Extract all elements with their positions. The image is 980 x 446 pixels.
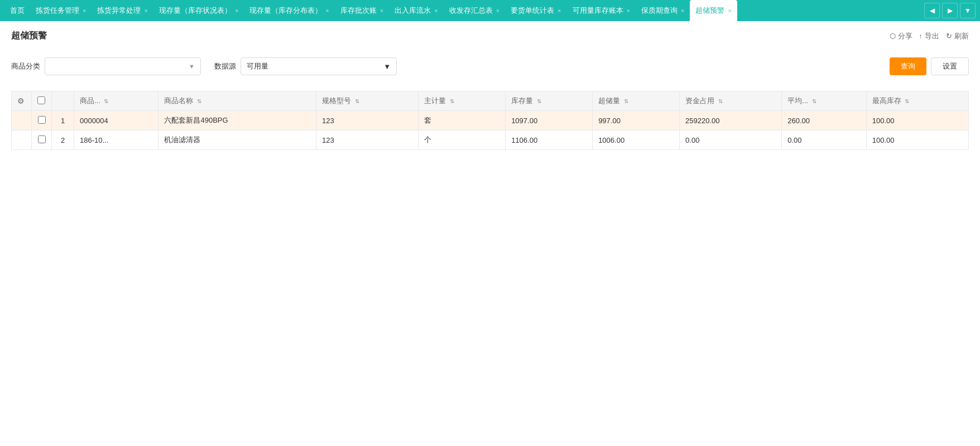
th-overstock-label: 超储量	[598, 96, 620, 105]
th-max-stock: 最高库存 ⇅	[866, 91, 968, 111]
filter-actions: 查询 设置	[890, 57, 969, 75]
nav-item-in-out-flow[interactable]: 出入库流水 ×	[389, 0, 443, 21]
td-max-stock-0: 100.00	[866, 111, 968, 130]
share-label: 分享	[898, 31, 912, 41]
nav-label-abnormal-proc: 拣货异常处理	[97, 6, 141, 16]
datasource-select[interactable]: 可用量 ▼	[241, 57, 397, 75]
nav-label-overstock-warn: 超储预警	[695, 6, 724, 16]
td-spec-0: 123	[316, 111, 419, 130]
settings-button[interactable]: 设置	[931, 57, 969, 75]
nav-close-abnormal-proc[interactable]: ×	[144, 7, 147, 14]
nav-item-inventory-dist[interactable]: 现存量（库存分布表） ×	[244, 0, 334, 21]
th-avg: 平均... ⇅	[782, 91, 866, 111]
nav-close-in-out-flow[interactable]: ×	[434, 7, 438, 14]
export-icon: ↑	[919, 32, 923, 40]
nav-item-order-stats[interactable]: 要货单统计表 ×	[505, 0, 566, 21]
query-button[interactable]: 查询	[890, 57, 926, 75]
td-capital-1: 0.00	[680, 130, 782, 150]
nav-close-order-stats[interactable]: ×	[558, 7, 561, 14]
table-row: 1 0000004 六配套新昌490BPG 123 套 1097.00 997.…	[12, 111, 969, 130]
td-spec-1: 123	[316, 130, 419, 150]
th-product-code-label: 商品...	[80, 96, 100, 105]
th-spec: 规格型号 ⇅	[316, 91, 419, 111]
table-settings-icon[interactable]: ⚙	[17, 96, 25, 105]
td-settings-1	[12, 130, 32, 150]
table-row: 2 186-10... 机油滤清器 123 个 1106.00 1006.00 …	[12, 130, 969, 150]
nav-item-abnormal-proc[interactable]: 拣货异常处理 ×	[92, 0, 153, 21]
th-overstock: 超储量 ⇅	[593, 91, 680, 111]
page-title: 超储预警	[11, 30, 47, 42]
select-all-checkbox[interactable]	[37, 96, 45, 104]
row-checkbox-0[interactable]	[38, 116, 46, 124]
td-overstock-0: 997.00	[593, 111, 680, 130]
th-product-code-sort-icon[interactable]: ⇅	[104, 98, 108, 104]
th-unit-label: 主计量	[424, 96, 446, 105]
nav-item-quality-check[interactable]: 保质期查询 ×	[636, 0, 690, 21]
nav-arrow-right[interactable]: ▶	[942, 3, 958, 18]
td-capital-0: 259220.00	[680, 111, 782, 130]
th-product-code: 商品... ⇅	[74, 91, 158, 111]
th-overstock-sort-icon[interactable]: ⇅	[624, 98, 628, 104]
th-avg-label: 平均...	[787, 96, 808, 105]
nav-label-available-acct: 可用量库存账本	[573, 6, 623, 16]
nav-item-inventory-batch[interactable]: 库存批次账 ×	[335, 0, 389, 21]
td-product-name-1: 机油滤清器	[158, 130, 316, 150]
nav-close-task-mgmt[interactable]: ×	[83, 7, 86, 14]
refresh-icon: ↻	[946, 32, 952, 40]
nav-bar: 首页 拣货任务管理 × 拣货异常处理 × 现存量（库存状况表） × 现存量（库存…	[0, 0, 980, 21]
table-header-row: ⚙ 商品... ⇅ 商品名称 ⇅ 规格型号 ⇅	[12, 91, 969, 111]
th-max-stock-label: 最高库存	[872, 96, 901, 105]
filter-row: 商品分类 ▼ 数据源 可用量 ▼ 查询 设置	[11, 51, 969, 82]
th-stock: 库存量 ⇅	[506, 91, 593, 111]
th-unit-sort-icon[interactable]: ⇅	[450, 98, 454, 104]
nav-close-inventory-batch[interactable]: ×	[380, 7, 383, 14]
th-product-name-label: 商品名称	[164, 96, 193, 105]
th-checkbox	[32, 91, 52, 111]
nav-item-overstock-warn[interactable]: 超储预警 ×	[690, 0, 737, 21]
share-link[interactable]: ⬡ 分享	[890, 31, 912, 41]
nav-close-quality-check[interactable]: ×	[681, 7, 684, 14]
td-seq-1: 2	[52, 130, 74, 150]
export-link[interactable]: ↑ 导出	[919, 31, 940, 41]
nav-close-collect-summary[interactable]: ×	[496, 7, 499, 14]
th-settings: ⚙	[12, 91, 32, 111]
nav-arrow-left[interactable]: ◀	[924, 3, 940, 18]
td-unit-0: 套	[419, 111, 506, 130]
td-avg-1: 0.00	[782, 130, 866, 150]
refresh-label: 刷新	[954, 31, 969, 41]
td-product-name-0: 六配套新昌490BPG	[158, 111, 316, 130]
td-product-code-1: 186-10...	[74, 130, 158, 150]
row-checkbox-1[interactable]	[38, 135, 46, 143]
th-spec-sort-icon[interactable]: ⇅	[355, 98, 359, 104]
nav-label-home: 首页	[10, 6, 25, 16]
nav-close-inventory-dist[interactable]: ×	[325, 7, 329, 14]
th-unit: 主计量 ⇅	[419, 91, 506, 111]
nav-item-inventory-status[interactable]: 现存量（库存状况表） ×	[153, 0, 244, 21]
category-filter-label: 商品分类	[11, 61, 40, 71]
datasource-select-value: 可用量	[247, 61, 268, 71]
nav-close-inventory-status[interactable]: ×	[235, 7, 238, 14]
refresh-link[interactable]: ↻ 刷新	[946, 31, 969, 41]
th-max-stock-sort-icon[interactable]: ⇅	[905, 98, 909, 104]
nav-item-available-acct[interactable]: 可用量库存账本 ×	[567, 0, 636, 21]
nav-label-inventory-dist: 现存量（库存分布表）	[249, 6, 322, 16]
td-avg-0: 260.00	[782, 111, 866, 130]
nav-arrow-more[interactable]: ▼	[960, 3, 976, 18]
nav-item-task-mgmt[interactable]: 拣货任务管理 ×	[30, 0, 92, 21]
td-checkbox-1	[32, 130, 52, 150]
nav-label-quality-check: 保质期查询	[641, 6, 678, 16]
nav-close-overstock-warn[interactable]: ×	[728, 7, 731, 14]
th-capital-sort-icon[interactable]: ⇅	[718, 98, 723, 104]
category-select[interactable]: ▼	[45, 57, 201, 75]
th-stock-sort-icon[interactable]: ⇅	[537, 98, 541, 104]
nav-label-task-mgmt: 拣货任务管理	[36, 6, 79, 16]
td-max-stock-1: 100.00	[866, 130, 968, 150]
export-label: 导出	[925, 31, 939, 41]
th-avg-sort-icon[interactable]: ⇅	[812, 98, 816, 104]
nav-close-available-acct[interactable]: ×	[627, 7, 630, 14]
nav-item-collect-summary[interactable]: 收发存汇总表 ×	[444, 0, 505, 21]
th-capital-label: 资金占用	[685, 96, 714, 105]
nav-item-home[interactable]: 首页	[4, 0, 30, 21]
td-product-code-0: 0000004	[74, 111, 158, 130]
th-product-name-sort-icon[interactable]: ⇅	[197, 98, 201, 104]
